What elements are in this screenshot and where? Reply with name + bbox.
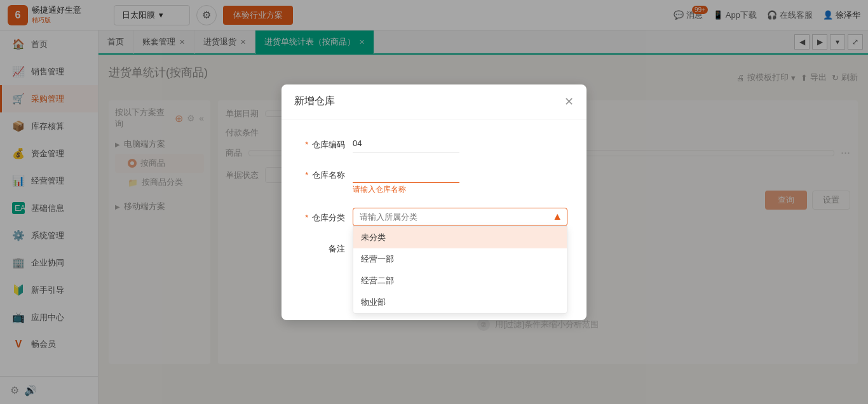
modal-header: 新增仓库 ✕	[281, 84, 587, 119]
modal-overlay: 新增仓库 ✕ * 仓库编码 * 仓库名称	[0, 0, 868, 404]
warehouse-name-row: * 仓库名称 请输入仓库名称	[301, 165, 567, 195]
notes-label: 备注	[301, 239, 345, 255]
warehouse-category-label: * 仓库分类	[301, 208, 345, 224]
warehouse-code-wrapper	[353, 135, 567, 152]
category-option-unclassified[interactable]: 未分类	[353, 227, 567, 248]
modal-body: * 仓库编码 * 仓库名称 请输入仓库名称	[281, 119, 587, 277]
warehouse-code-label: * 仓库编码	[301, 135, 345, 151]
modal-title: 新增仓库	[294, 95, 335, 108]
modal-close-btn[interactable]: ✕	[564, 95, 574, 109]
category-option-property[interactable]: 物业部	[353, 292, 567, 313]
warehouse-name-input[interactable]	[353, 165, 459, 183]
add-warehouse-modal: 新增仓库 ✕ * 仓库编码 * 仓库名称	[281, 84, 587, 320]
dropdown-arrow-icon[interactable]: ▲	[552, 211, 562, 222]
warehouse-code-row: * 仓库编码	[301, 135, 567, 152]
warehouse-name-error: 请输入仓库名称	[353, 184, 567, 195]
category-option-dept1[interactable]: 经营一部	[353, 248, 567, 270]
category-input[interactable]	[353, 208, 567, 226]
category-option-dept2[interactable]: 经营二部	[353, 270, 567, 292]
warehouse-code-input[interactable]	[353, 135, 459, 152]
warehouse-category-row: * 仓库分类 ▲ 未分类 经营一部 经营二部 物业部	[301, 208, 567, 226]
warehouse-name-label: * 仓库名称	[301, 165, 345, 181]
category-dropdown-list: 未分类 经营一部 经营二部 物业部	[353, 226, 567, 314]
warehouse-name-wrapper: 请输入仓库名称	[353, 165, 567, 195]
category-dropdown-wrapper: ▲ 未分类 经营一部 经营二部 物业部	[353, 208, 567, 226]
